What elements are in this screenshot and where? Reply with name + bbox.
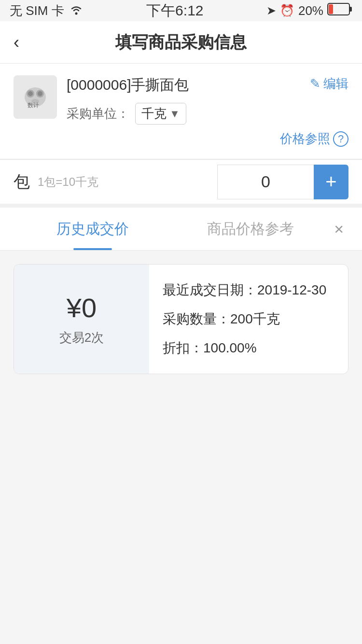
price-transactions: 交易2次 xyxy=(59,329,104,346)
nav-bar: ‹ 填写商品采购信息 xyxy=(0,21,362,64)
product-card: 数计 [0000006]手撕面包 采购单位： 千克 ▼ ✎ 编辑 价格参照 xyxy=(0,64,362,159)
edit-icon: ✎ xyxy=(310,76,320,91)
quantity-input[interactable]: 0 xyxy=(217,165,314,199)
status-left: 无 SIM 卡 xyxy=(10,2,84,19)
quantity-section: 包 1包=10千克 0 + xyxy=(0,159,362,208)
quantity-input-group: 0 + xyxy=(217,165,348,199)
status-time: 下午6:12 xyxy=(146,1,203,21)
product-footer: 价格参照 ? xyxy=(14,130,348,147)
product-logo: 数计 xyxy=(14,75,57,119)
price-card: ¥0 交易2次 最近成交日期：2019-12-30 采购数量：200千克 折扣：… xyxy=(14,264,348,374)
unit-select[interactable]: 千克 ▼ xyxy=(135,103,186,125)
price-left-panel: ¥0 交易2次 xyxy=(14,265,149,374)
tab-active-indicator xyxy=(73,248,112,250)
dropdown-arrow-icon: ▼ xyxy=(169,108,180,120)
price-ref-label: 价格参照 xyxy=(280,130,330,147)
currency-symbol: ¥ xyxy=(67,293,82,323)
tab-section: 历史成交价 商品价格参考 × xyxy=(0,208,362,251)
discount-row: 折扣：100.00% xyxy=(163,338,334,358)
page-title: 填写商品采购信息 xyxy=(115,31,247,54)
svg-text:数计: 数计 xyxy=(28,102,39,109)
tab-close-button[interactable]: × xyxy=(329,220,348,238)
product-left: 数计 [0000006]手撕面包 采购单位： 千克 ▼ xyxy=(14,75,310,125)
unit-char: 包 xyxy=(14,171,30,193)
battery-percent: 20% xyxy=(298,3,323,18)
product-info: [0000006]手撕面包 采购单位： 千克 ▼ xyxy=(67,75,310,125)
product-unit-row: 采购单位： 千克 ▼ xyxy=(67,103,310,125)
product-name: [0000006]手撕面包 xyxy=(67,75,310,95)
recent-date-value: 2019-12-30 xyxy=(257,282,326,297)
recent-date-label: 最近成交日期： xyxy=(163,282,257,297)
price-value: 0 xyxy=(82,293,97,323)
purchase-qty-value: 200千克 xyxy=(230,311,280,326)
tab-product-price-ref[interactable]: 商品价格参考 xyxy=(171,208,329,250)
svg-rect-2 xyxy=(329,4,333,14)
product-header: 数计 [0000006]手撕面包 采购单位： 千克 ▼ ✎ 编辑 xyxy=(14,75,348,125)
alarm-icon: ⏰ xyxy=(280,4,294,17)
price-amount: ¥0 xyxy=(67,292,97,323)
tab-product-label: 商品价格参考 xyxy=(207,219,294,239)
svg-point-8 xyxy=(38,91,42,96)
battery-icon xyxy=(327,3,352,18)
quantity-plus-button[interactable]: + xyxy=(314,165,348,199)
purchase-qty-row: 采购数量：200千克 xyxy=(163,309,334,329)
content-area: ¥0 交易2次 最近成交日期：2019-12-30 采购数量：200千克 折扣：… xyxy=(0,251,362,492)
discount-value: 100.00% xyxy=(203,340,257,355)
price-right-panel: 最近成交日期：2019-12-30 采购数量：200千克 折扣：100.00% xyxy=(149,265,348,374)
svg-point-0 xyxy=(75,12,77,14)
unit-hint: 1包=10千克 xyxy=(38,174,98,190)
question-icon: ? xyxy=(333,131,348,147)
purchase-qty-label: 采购数量： xyxy=(163,311,230,326)
recent-date-row: 最近成交日期：2019-12-30 xyxy=(163,280,334,300)
unit-label: 采购单位： xyxy=(67,105,129,122)
quantity-label-group: 包 1包=10千克 xyxy=(14,171,98,193)
back-button[interactable]: ‹ xyxy=(14,32,19,53)
status-bar: 无 SIM 卡 下午6:12 ➤ ⏰ 20% xyxy=(0,0,362,21)
discount-label: 折扣： xyxy=(163,340,203,355)
quantity-value: 0 xyxy=(261,172,270,191)
edit-button[interactable]: ✎ 编辑 xyxy=(310,75,348,92)
price-ref-button[interactable]: 价格参照 ? xyxy=(280,130,348,147)
svg-rect-3 xyxy=(349,7,352,12)
tab-history-price[interactable]: 历史成交价 xyxy=(14,208,171,250)
signal-text: 无 SIM 卡 xyxy=(10,2,64,19)
location-icon: ➤ xyxy=(266,4,276,17)
status-right: ➤ ⏰ 20% xyxy=(266,3,352,18)
wifi-icon xyxy=(69,3,84,18)
tab-history-label: 历史成交价 xyxy=(56,219,129,239)
unit-value: 千克 xyxy=(141,105,167,122)
edit-label: 编辑 xyxy=(323,75,348,92)
svg-point-7 xyxy=(28,91,33,96)
tab-row: 历史成交价 商品价格参考 × xyxy=(0,208,362,250)
